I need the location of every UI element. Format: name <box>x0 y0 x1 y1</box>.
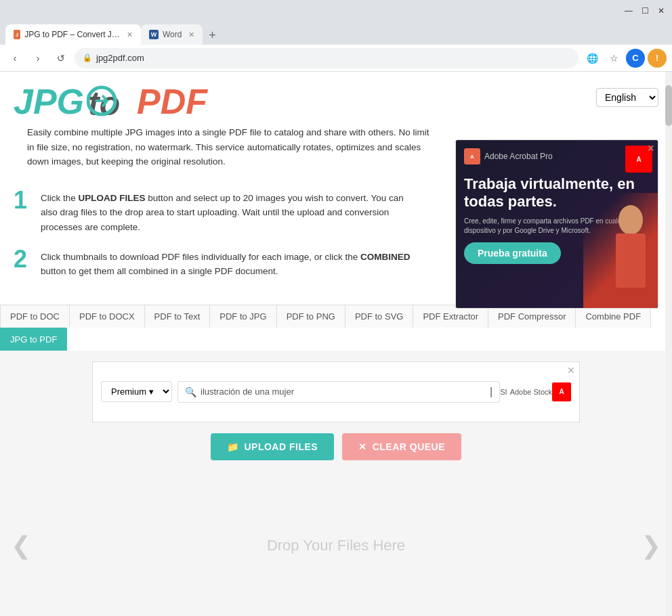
tab-jpg-to-pdf[interactable]: JPG to PDF <box>0 328 67 351</box>
language-selector[interactable]: English Español Français Deutsch <box>596 88 658 107</box>
lock-icon: 🔒 <box>83 53 92 62</box>
minimize-button[interactable]: — <box>623 5 634 16</box>
title-bar: — ☐ ✕ <box>0 0 672 22</box>
stock-search-area: Premium ▾ 🔍 | <box>101 381 500 403</box>
svg-rect-4 <box>616 234 646 288</box>
clear-queue-button[interactable]: ✕ CLEAR QUEUE <box>342 433 461 460</box>
step-2-text: Click thumbnails to download PDF files i… <box>41 247 420 279</box>
navigation-tabs: PDF to DOC PDF to DOCX PDF to Text PDF t… <box>0 305 672 351</box>
page-content: JPG to PDF Easily combine multiple JPG i… <box>0 72 672 616</box>
stock-logo-text: Adobe Stock <box>510 388 552 396</box>
upload-files-button[interactable]: 📁 UPLOAD FILES <box>211 433 334 460</box>
step-2: 2 Click thumbnails to download PDF files… <box>14 247 420 279</box>
ad-product-name: Adobe Acrobat Pro <box>484 152 553 161</box>
clear-button-label: CLEAR QUEUE <box>373 441 445 452</box>
step-1-text: Click the UPLOAD FILES button and select… <box>41 188 420 235</box>
stock-search-icon: 🔍 <box>185 387 196 397</box>
step-2-combined: COMBINED <box>360 252 411 262</box>
step-1: 1 Click the UPLOAD FILES button and sele… <box>14 188 420 235</box>
content-ad-close-button[interactable]: ✕ <box>567 365 575 376</box>
left-nav-arrow[interactable]: ❮ <box>11 531 31 560</box>
stock-tier-dropdown[interactable]: Premium ▾ <box>101 381 172 402</box>
ad-cta-button[interactable]: Prueba gratuita <box>464 242 561 264</box>
ad-person-image <box>583 193 658 308</box>
tab-pdf-to-doc[interactable]: PDF to DOC <box>0 305 70 328</box>
address-bar[interactable]: 🔒 jpg2pdf.com <box>75 48 579 68</box>
address-bar-row: ‹ › ↺ 🔒 jpg2pdf.com 🌐 ☆ C ! <box>0 45 672 72</box>
maximize-button[interactable]: ☐ <box>639 5 650 16</box>
upload-button-label: UPLOAD FILES <box>244 441 318 452</box>
tab-jpg2pdf[interactable]: J JPG to PDF – Convert JPG Image… ✕ <box>5 24 141 45</box>
scrollbar[interactable] <box>665 72 672 616</box>
tab-bar: J JPG to PDF – Convert JPG Image… ✕ W Wo… <box>0 22 672 45</box>
ad-close-button[interactable]: ✕ <box>647 143 655 154</box>
refresh-button[interactable]: ↺ <box>51 49 70 68</box>
bookmark-button[interactable]: ☆ <box>604 49 623 68</box>
scrollbar-thumb[interactable] <box>665 85 672 126</box>
tab-close-jpg2pdf[interactable]: ✕ <box>127 30 133 39</box>
main-content-area: ✕ Premium ▾ 🔍 | SI Adobe Stock A <box>0 351 672 616</box>
drop-zone[interactable]: ❮ Drop Your Files Here ❯ <box>11 471 661 616</box>
tab-pdf-to-jpg[interactable]: PDF to JPG <box>209 305 276 328</box>
acrobat-logo-icon: A <box>464 148 480 164</box>
tab-pdf-to-png[interactable]: PDF to PNG <box>276 305 345 328</box>
stock-search-input[interactable] <box>201 387 486 397</box>
logo-to-icon: to <box>87 83 134 120</box>
step-1-bold: UPLOAD FILES <box>79 193 146 203</box>
drop-zone-text: Drop Your Files Here <box>267 537 405 554</box>
translate-button[interactable]: 🌐 <box>583 49 602 68</box>
svg-point-2 <box>618 205 643 235</box>
tab-label-jpg2pdf: JPG to PDF – Convert JPG Image… <box>24 30 120 39</box>
clear-icon: ✕ <box>358 441 367 452</box>
stock-search-input-wrap[interactable]: 🔍 | <box>177 381 500 403</box>
logo-pdf: PDF <box>137 84 207 119</box>
action-buttons: 📁 UPLOAD FILES ✕ CLEAR QUEUE <box>0 433 672 460</box>
tab-favicon-word: W <box>149 30 159 39</box>
adobe-stock-logo: SI Adobe Stock <box>500 388 552 396</box>
instructions-steps: 1 Click the UPLOAD FILES button and sele… <box>0 181 434 298</box>
step-1-number: 1 <box>14 188 30 213</box>
upload-icon: 📁 <box>227 441 239 452</box>
page-description: Easily combine multiple JPG images into … <box>14 120 447 175</box>
tab-close-word[interactable]: ✕ <box>188 30 194 39</box>
back-button[interactable]: ‹ <box>5 49 24 68</box>
tab-pdf-to-text[interactable]: PDF to Text <box>144 305 211 328</box>
extension-button[interactable]: ! <box>648 49 667 68</box>
cursor-indicator: | <box>490 386 492 398</box>
adobe-logo-small: A <box>552 382 571 401</box>
content-advertisement: ✕ Premium ▾ 🔍 | SI Adobe Stock A <box>92 361 580 422</box>
side-advertisement: A Adobe Acrobat Pro A Trabaja virtualmen… <box>455 139 658 309</box>
tab-pdf-to-svg[interactable]: PDF to SVG <box>345 305 414 328</box>
si-logo: SI <box>500 388 507 396</box>
tab-favicon-jpg2pdf: J <box>14 30 20 39</box>
close-button[interactable]: ✕ <box>656 5 667 16</box>
logo-jpg: JPG <box>14 84 84 119</box>
header-area: JPG to PDF Easily combine multiple JPG i… <box>0 72 672 181</box>
right-nav-arrow[interactable]: ❯ <box>641 531 661 560</box>
url-display: jpg2pdf.com <box>96 53 144 63</box>
new-tab-button[interactable]: + <box>203 26 222 45</box>
language-select[interactable]: English Español Français Deutsch <box>596 88 658 107</box>
site-logo: JPG to PDF <box>14 83 596 120</box>
tab-pdf-to-docx[interactable]: PDF to DOCX <box>69 305 145 328</box>
tab-word[interactable]: W Word ✕ <box>141 24 203 45</box>
tab-label-word: Word <box>163 30 182 39</box>
step-2-number: 2 <box>14 247 30 271</box>
forward-button[interactable]: › <box>28 49 47 68</box>
profile-button[interactable]: C <box>626 49 645 68</box>
